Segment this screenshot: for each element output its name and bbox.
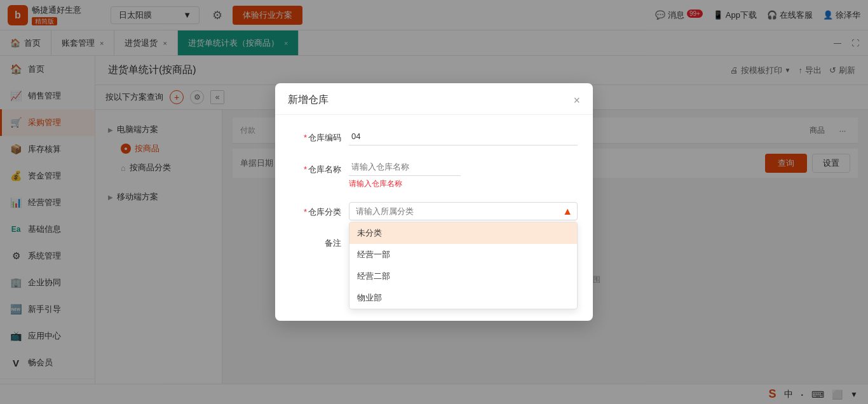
- dialog-header: 新增仓库 ×: [275, 83, 593, 115]
- category-arrow-icon[interactable]: ▲: [562, 206, 573, 217]
- name-input-wrap: [349, 158, 461, 176]
- form-row-name: 仓库名称 请输入仓库名称: [290, 158, 578, 189]
- dropdown-item-dept2[interactable]: 经营二部: [349, 266, 577, 287]
- name-error-msg: 请输入仓库名称: [290, 178, 402, 189]
- dropdown-item-dept3[interactable]: 物业部: [349, 287, 577, 309]
- name-label: 仓库名称: [290, 159, 341, 175]
- category-dropdown: 未分类 经营一部 经营二部 物业部: [349, 222, 578, 309]
- category-label: 仓库分类: [290, 202, 341, 218]
- form-row-category: 仓库分类 ▲ 未分类 经营一部 经营二部 物业部: [290, 202, 578, 220]
- dropdown-item-dept1[interactable]: 经营一部: [349, 244, 577, 266]
- form-name-input-row: 仓库名称: [290, 158, 461, 176]
- category-input-wrap: ▲ 未分类 经营一部 经营二部 物业部: [349, 202, 578, 220]
- dropdown-item-uncategorized[interactable]: 未分类: [349, 222, 577, 244]
- modal-overlay[interactable]: 新增仓库 × 仓库编码 仓库名称 请输入仓库名称: [0, 0, 868, 404]
- form-row-code: 仓库编码: [290, 128, 578, 145]
- note-label: 备注: [290, 233, 341, 249]
- dialog-body: 仓库编码 仓库名称 请输入仓库名称 仓库分类 ▲: [275, 115, 593, 279]
- code-label: 仓库编码: [290, 128, 341, 144]
- dialog-close-button[interactable]: ×: [573, 95, 580, 106]
- dialog-new-warehouse: 新增仓库 × 仓库编码 仓库名称 请输入仓库名称: [275, 83, 593, 321]
- dialog-title: 新增仓库: [288, 93, 329, 107]
- name-input[interactable]: [349, 158, 461, 176]
- category-input[interactable]: [349, 202, 578, 220]
- code-input[interactable]: [349, 128, 578, 145]
